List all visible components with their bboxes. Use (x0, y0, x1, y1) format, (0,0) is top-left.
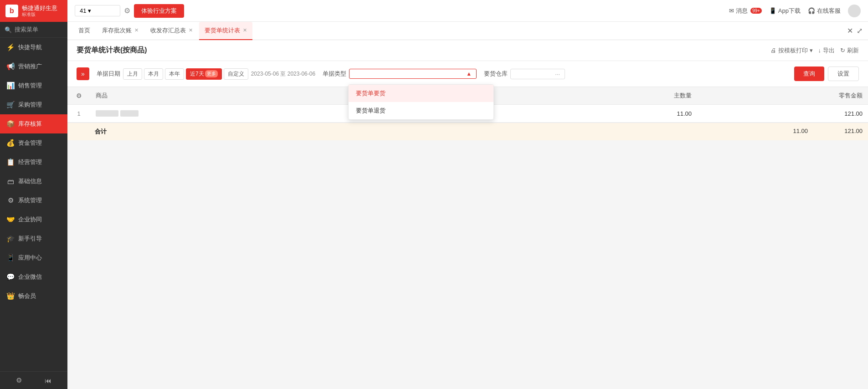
tab-receive-summary-close[interactable]: ✕ (189, 27, 193, 33)
sidebar-item-guide[interactable]: 🎓 新手引导 (0, 229, 67, 248)
product-name-placeholder (96, 110, 350, 117)
export-btn[interactable]: ↓ 导出 (818, 46, 835, 55)
sidebar-item-member[interactable]: 👑 畅会员 (0, 287, 67, 306)
dropdown-item-tuihuo[interactable]: 要货单退货 (349, 102, 493, 119)
sidebar-item-base-info[interactable]: 🗃 基础信息 (0, 172, 67, 191)
app-logo: b 畅捷通好生意 标准版 (0, 0, 67, 22)
quick-nav-icon: ⚡ (6, 43, 15, 51)
user-avatar[interactable] (848, 5, 861, 17)
print-dropdown-icon: ▾ (810, 47, 813, 54)
search-menu[interactable]: 🔍 搜索菜单 (0, 22, 67, 38)
refresh-btn[interactable]: ↻ 刷新 (840, 46, 859, 55)
sidebar-item-inventory[interactable]: 📦 库存核算 (0, 114, 67, 133)
sidebar-bottom: ⚙ ⏮ (0, 371, 67, 389)
col-settings-icon[interactable]: ⚙ (76, 92, 82, 99)
date-year-btn[interactable]: 本年 (165, 68, 184, 80)
sales-icon: 📊 (6, 82, 15, 90)
filter-expand-btn[interactable]: » (77, 67, 89, 80)
enterprise-icon: 🤝 (6, 215, 15, 224)
warehouse-select[interactable]: ··· (510, 69, 565, 79)
tabbar-maximize[interactable]: ⤢ (857, 26, 863, 35)
guide-icon: 🎓 (6, 235, 15, 243)
operation-icon: 📋 (6, 158, 15, 166)
app-download-btn[interactable]: 📱 App下载 (769, 7, 801, 15)
tabbar-actions: ✕ ⤢ (847, 26, 863, 35)
sidebar-collapse-btn[interactable]: ⏮ (45, 377, 51, 384)
service-icon: 🎧 (808, 7, 815, 14)
marketing-icon: 📢 (6, 62, 15, 71)
tabbar: 首页 库存批次账 ✕ 收发存汇总表 ✕ 要货单统计表 ✕ ✕ ⤢ (67, 22, 868, 40)
topbar-left: 41 ▾ ⚙ 体验行业方案 (75, 4, 724, 18)
page-title: 要货单统计表(按商品) (77, 46, 147, 55)
col-quantity-header: 主数量 (555, 87, 697, 105)
dropdown-item-yaohuo[interactable]: 要货单要货 (349, 85, 493, 102)
warehouse-filter-group: 要货仓库 ··· (484, 69, 565, 79)
refresh-icon: ↻ (840, 47, 845, 54)
topbar: 41 ▾ ⚙ 体验行业方案 ✉ 消息 99+ 📱 App下载 🎧 在线客服 (67, 0, 868, 22)
type-select-arrow: ▲ (466, 71, 472, 77)
type-dropdown: 要货单要货 要货单退货 (348, 84, 494, 120)
footer-label: 合计 (91, 128, 107, 136)
sidebar-item-marketing[interactable]: 📢 营销推广 (0, 57, 67, 76)
inventory-icon: 📦 (6, 120, 15, 128)
table-footer: 合计 合计 11.00 121.00 (67, 123, 868, 140)
col-settings-header[interactable]: ⚙ (67, 87, 90, 105)
date-month-btn[interactable]: 本月 (144, 68, 163, 80)
sidebar-item-quick-nav[interactable]: ⚡ 快捷导航 (0, 38, 67, 57)
row-index: 1 (67, 105, 90, 123)
export-icon: ↓ (818, 47, 822, 54)
sidebar-item-purchase[interactable]: 🛒 采购管理 (0, 95, 67, 114)
logo-text: 畅捷通好生意 标准版 (22, 5, 57, 17)
search-icon: 🔍 (5, 26, 12, 33)
date-filter-label: 单据日期 (97, 70, 120, 78)
date-custom-btn[interactable]: 自定义 (224, 68, 248, 80)
row-quantity: 11.00 (555, 105, 697, 123)
type-select[interactable]: ▲ (349, 69, 477, 79)
tab-home[interactable]: 首页 (73, 22, 96, 40)
date-upper-btn[interactable]: 上月 (123, 68, 142, 80)
store-selector-arrow: ▾ (88, 7, 91, 14)
footer-row: 合计 11.00 121.00 (67, 123, 868, 140)
messages-btn[interactable]: ✉ 消息 99+ (729, 7, 762, 15)
store-selector[interactable]: 41 ▾ (75, 5, 120, 16)
row-amount: 121.00 (697, 105, 868, 123)
message-icon: ✉ (729, 7, 734, 14)
print-icon: 🖨 (770, 47, 776, 54)
main-area: 41 ▾ ⚙ 体验行业方案 ✉ 消息 99+ 📱 App下载 🎧 在线客服 (67, 0, 868, 389)
logo-icon: b (5, 5, 18, 17)
col-amount-header: 零售金额 (697, 87, 868, 105)
type-filter-group: 单据类型 ▲ 要货单要货 要货单退货 (323, 69, 477, 79)
date-range-text: 2023-05-06 至 2023-06-06 (251, 70, 315, 78)
system-icon: ⚙ (6, 196, 15, 205)
sidebar-settings-btn[interactable]: ⚙ (16, 376, 22, 384)
sidebar-item-app-center[interactable]: 📱 应用中心 (0, 248, 67, 267)
sidebar: b 畅捷通好生意 标准版 🔍 搜索菜单 ⚡ 快捷导航 📢 营销推广 📊 销售管理… (0, 0, 67, 389)
type-filter-label: 单据类型 (323, 70, 346, 78)
tab-inventory-batch-close[interactable]: ✕ (134, 27, 139, 33)
sidebar-item-operation[interactable]: 📋 经营管理 (0, 153, 67, 172)
tab-order-stats[interactable]: 要货单统计表 ✕ (199, 22, 252, 40)
warehouse-filter-label: 要货仓库 (484, 70, 508, 78)
print-btn[interactable]: 🖨 按模板打印 ▾ (770, 46, 813, 55)
filter-bar: » 单据日期 上月 本月 本年 近7天 更多 自定义 2023-05-06 至 … (67, 61, 868, 87)
sidebar-item-wechat[interactable]: 💬 企业微信 (0, 267, 67, 287)
sidebar-item-system[interactable]: ⚙ 系统管理 (0, 191, 67, 210)
topbar-settings-icon[interactable]: ⚙ (124, 6, 130, 15)
query-btn[interactable]: 查询 (794, 67, 824, 81)
date-quick-btns: 上月 本月 本年 近7天 更多 自定义 (123, 68, 248, 80)
col-product-header: 商品 (90, 87, 355, 105)
trial-btn[interactable]: 体验行业方案 (134, 4, 184, 18)
tab-receive-summary[interactable]: 收发存汇总表 ✕ (145, 22, 198, 40)
sidebar-item-enterprise[interactable]: 🤝 企业协同 (0, 210, 67, 229)
tabbar-close-all[interactable]: ✕ (847, 26, 853, 35)
date-recent-btn[interactable]: 近7天 更多 (186, 68, 222, 80)
filter-settings-btn[interactable]: 设置 (828, 67, 859, 81)
purchase-icon: 🛒 (6, 101, 15, 109)
warehouse-more-icon: ··· (555, 71, 560, 77)
tab-inventory-batch[interactable]: 库存批次账 ✕ (97, 22, 144, 40)
tab-order-stats-close[interactable]: ✕ (243, 27, 247, 33)
online-service-btn[interactable]: 🎧 在线客服 (808, 7, 841, 15)
sidebar-item-finance[interactable]: 💰 资金管理 (0, 133, 67, 153)
finance-icon: 💰 (6, 139, 15, 147)
sidebar-item-sales[interactable]: 📊 销售管理 (0, 76, 67, 95)
